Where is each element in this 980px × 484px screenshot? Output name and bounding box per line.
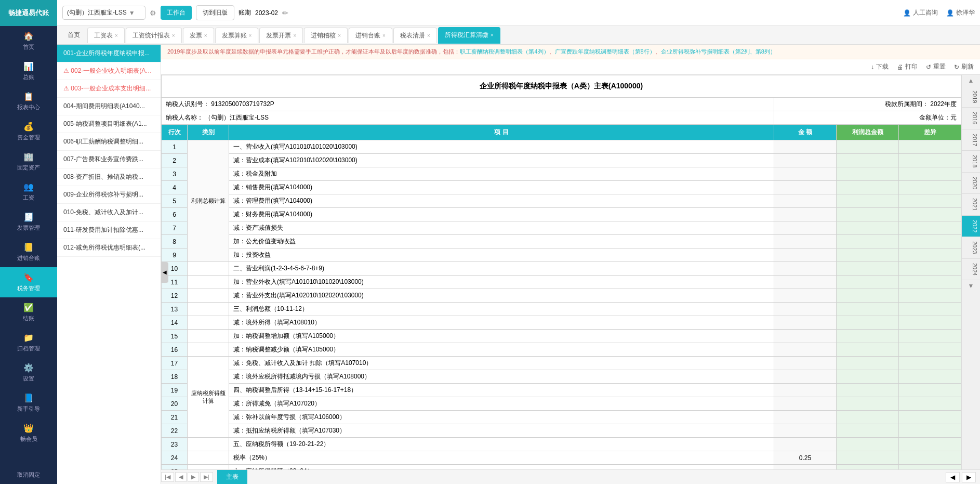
cell-amt-15[interactable] (774, 330, 837, 343)
cell-diff-5[interactable] (899, 194, 961, 208)
left-item-007[interactable]: 007-广告费和业务宣传费跌... (57, 151, 161, 168)
sidebar-item-member[interactable]: 👑 畅会员 (0, 418, 57, 448)
sidebar-item-tax[interactable]: 🔖 税务管理 (0, 267, 57, 297)
cell-amt-13[interactable] (774, 303, 837, 316)
cell-profit-21[interactable] (837, 411, 899, 424)
company-settings-icon[interactable]: ⚙ (150, 9, 156, 17)
cell-profit-2[interactable] (837, 154, 899, 167)
cell-amt-22[interactable] (774, 424, 837, 438)
cell-amt-19[interactable] (774, 384, 837, 397)
cell-profit-9[interactable] (837, 248, 899, 262)
cell-diff-24[interactable] (899, 451, 961, 465)
tab-salary[interactable]: 工资表 × (87, 28, 125, 43)
year-2019[interactable]: 2019 (962, 86, 980, 108)
cell-profit-8[interactable] (837, 235, 899, 248)
tab-sbqc-close[interactable]: × (427, 33, 430, 38)
download-button[interactable]: ↓ 下载 (871, 62, 889, 71)
tab-invoice-close[interactable]: × (204, 33, 207, 38)
sidebar-item-guide[interactable]: 📘 新手引导 (0, 388, 57, 418)
cell-diff-10[interactable] (899, 262, 961, 276)
cell-diff-17[interactable] (899, 357, 961, 370)
cell-profit-25[interactable] (837, 465, 899, 470)
cell-profit-18[interactable] (837, 370, 899, 384)
cell-profit-1[interactable] (837, 140, 899, 154)
cell-diff-1[interactable] (899, 140, 961, 154)
cell-amt-5[interactable] (774, 194, 837, 208)
cell-diff-14[interactable] (899, 316, 961, 330)
year-scroll-down[interactable]: ▼ (966, 280, 976, 292)
year-2022[interactable]: 2022 (962, 216, 980, 237)
sheet-nav-prev-start[interactable]: |◀ (161, 472, 174, 482)
toggle-sidebar-button[interactable]: ◀ (161, 262, 168, 283)
cell-profit-10[interactable] (837, 262, 899, 276)
cell-amt-2[interactable] (774, 154, 837, 167)
cell-profit-11[interactable] (837, 276, 899, 289)
tab-salary-report-close[interactable]: × (172, 33, 175, 38)
cell-diff-12[interactable] (899, 289, 961, 303)
sheet-nav-prev[interactable]: ◀ (175, 472, 187, 482)
left-item-006[interactable]: 006-职工薪酬纳税调整明细... (57, 133, 161, 151)
year-2020[interactable]: 2020 (962, 173, 980, 194)
sheet-nav-next-end[interactable]: ▶| (200, 472, 213, 482)
workstation-button[interactable]: 工作台 (161, 6, 192, 20)
sidebar-item-home[interactable]: 🏠 首页 (0, 26, 57, 56)
year-2023[interactable]: 2023 (962, 237, 980, 258)
cell-profit-23[interactable] (837, 438, 899, 451)
cell-amt-12[interactable] (774, 289, 837, 303)
cell-diff-3[interactable] (899, 167, 961, 181)
cell-amt-7[interactable] (774, 221, 837, 235)
left-item-003[interactable]: ⚠ 003-一般企业成本支出明细... (57, 80, 161, 98)
warning-link-1[interactable]: 职工薪酬纳税调整明细表（第4列） (460, 48, 549, 55)
left-item-012[interactable]: 012-减免所得税优惠明细表(... (57, 239, 161, 257)
cell-diff-9[interactable] (899, 248, 961, 262)
cell-diff-4[interactable] (899, 181, 961, 194)
year-2024[interactable]: 2024 (962, 259, 980, 280)
sheet-tab-main[interactable]: 主表 (217, 470, 247, 484)
user-info[interactable]: 👤 徐泽华 (946, 8, 975, 17)
year-2017[interactable]: 2017 (962, 129, 980, 151)
cell-profit-17[interactable] (837, 357, 899, 370)
cell-diff-22[interactable] (899, 424, 961, 438)
cell-profit-22[interactable] (837, 424, 899, 438)
company-selector[interactable]: (勾删）江西服宝-LSS ▼ (62, 6, 145, 20)
cell-diff-15[interactable] (899, 330, 961, 343)
tab-invoice-open-close[interactable]: × (293, 33, 296, 38)
cell-diff-16[interactable] (899, 343, 961, 357)
cell-amt-25[interactable] (774, 465, 837, 470)
left-item-011[interactable]: 011-研发费用加计扣除优惠... (57, 221, 161, 239)
left-item-002[interactable]: ⚠ 002-一般企业收入明细表(A1... (57, 62, 161, 80)
cell-amt-8[interactable] (774, 235, 837, 248)
cell-amt-17[interactable] (774, 357, 837, 370)
cell-profit-5[interactable] (837, 194, 899, 208)
sidebar-item-settings[interactable]: ⚙️ 设置 (0, 358, 57, 388)
left-item-009[interactable]: 009-企业所得税弥补亏损明... (57, 186, 161, 204)
cell-profit-7[interactable] (837, 221, 899, 235)
tab-invoice-calc[interactable]: 发票算账 × (215, 28, 259, 43)
tab-salary-report[interactable]: 工资统计报表 × (126, 28, 182, 43)
year-2021[interactable]: 2021 (962, 194, 980, 215)
cell-amt-1[interactable] (774, 140, 837, 154)
refresh-button[interactable]: ↻ 刷新 (954, 62, 974, 71)
cell-profit-24[interactable] (837, 451, 899, 465)
tab-jxtm[interactable]: 进销台账 × (349, 28, 392, 43)
left-item-001[interactable]: 001-企业所得税年度纳税申报... (57, 45, 161, 62)
cell-amt-14[interactable] (774, 316, 837, 330)
sidebar-item-report[interactable]: 📋 报表中心 (0, 86, 57, 116)
year-scroll-up[interactable]: ▲ (966, 75, 976, 86)
left-item-008[interactable]: 008-资产折旧、摊销及纳税... (57, 168, 161, 186)
cell-profit-16[interactable] (837, 343, 899, 357)
sidebar-item-archive[interactable]: 📁 归档管理 (0, 328, 57, 358)
print-button[interactable]: 🖨 打印 (897, 62, 918, 71)
warning-link-2[interactable]: 广宣费跌年度纳税调整明细表（第8行） (555, 48, 655, 55)
cell-amt-16[interactable] (774, 343, 837, 357)
cell-diff-20[interactable] (899, 397, 961, 411)
cell-amt-3[interactable] (774, 167, 837, 181)
cell-amt-24[interactable]: 0.25 (774, 451, 837, 465)
cell-profit-14[interactable] (837, 316, 899, 330)
cell-amt-11[interactable] (774, 276, 837, 289)
tab-home[interactable]: 首页 (61, 28, 86, 43)
year-2016[interactable]: 2016 (962, 108, 980, 129)
sidebar-item-invoice[interactable]: 🧾 发票管理 (0, 207, 57, 237)
tab-salary-close[interactable]: × (115, 33, 118, 38)
cell-profit-15[interactable] (837, 330, 899, 343)
